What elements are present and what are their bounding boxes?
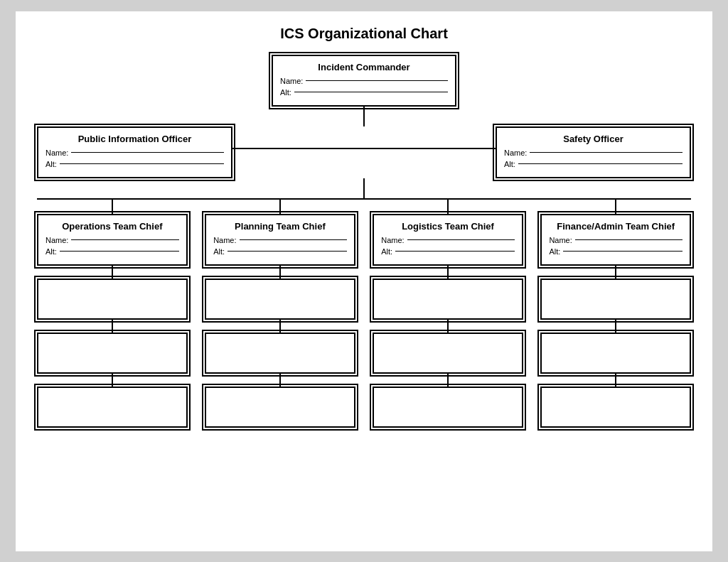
ic-alt-line <box>294 92 448 92</box>
so-alt-label: Alt: <box>504 160 515 168</box>
log-chief-box: Logistics Team Chief Name: Alt: <box>373 214 523 266</box>
ops-chief-box: Operations Team Chief Name: Alt: <box>37 214 188 266</box>
so-title: Safety Officer <box>504 134 682 144</box>
log-chief-title: Logistics Team Chief <box>381 221 515 232</box>
ops-sub-vert-2 <box>112 320 113 333</box>
plan-col: Planning Team Chief Name: Alt: <box>205 200 355 428</box>
center-vert-connector <box>37 178 691 198</box>
so-col: Safety Officer Name: Alt: <box>496 126 691 178</box>
log-col: Logistics Team Chief Name: Alt: <box>373 200 523 428</box>
so-box: Safety Officer Name: Alt: <box>496 126 691 178</box>
pio-col: Public Information Officer Name: Alt: <box>37 126 232 178</box>
plan-name-line <box>240 239 347 240</box>
log-name-label: Name: <box>381 236 404 244</box>
fin-sub-box-3 <box>540 387 691 428</box>
plan-sub-box-3 <box>205 387 355 428</box>
plan-sub-box-2 <box>205 333 355 374</box>
log-sub-vert-2 <box>447 320 449 333</box>
org-chart: Incident Commander Name: Alt: Public Inf… <box>37 55 691 428</box>
log-alt-field: Alt: <box>381 247 515 256</box>
ops-alt-line <box>60 251 179 252</box>
plan-chief-box: Planning Team Chief Name: Alt: <box>205 214 355 266</box>
pio-name-label: Name: <box>46 148 68 157</box>
plan-sub-vert-1 <box>279 266 281 279</box>
ops-chief-title: Operations Team Chief <box>46 221 179 232</box>
pio-alt-label: Alt: <box>46 160 57 168</box>
so-name-label: Name: <box>504 148 527 157</box>
so-alt-line <box>518 163 682 164</box>
center-h-connector <box>232 126 496 149</box>
so-name-field: Name: <box>504 148 682 157</box>
plan-alt-label: Alt: <box>213 247 225 256</box>
ops-sub-box-3 <box>37 387 188 428</box>
fin-name-field: Name: <box>549 236 682 244</box>
ops-sub-vert-3 <box>112 374 113 387</box>
fin-alt-line <box>563 251 682 252</box>
plan-name-label: Name: <box>213 236 236 244</box>
fin-alt-label: Alt: <box>549 247 560 256</box>
page: ICS Organizational Chart Incident Comman… <box>16 11 712 551</box>
page-title: ICS Organizational Chart <box>37 26 691 42</box>
plan-alt-line <box>228 251 347 252</box>
log-sub-box-2 <box>373 333 523 374</box>
fin-col: Finance/Admin Team Chief Name: Alt: <box>540 200 691 428</box>
fin-sub-vert-1 <box>615 266 616 279</box>
ic-name-label: Name: <box>280 77 303 85</box>
log-name-field: Name: <box>381 236 515 244</box>
ops-vert-top <box>112 200 113 214</box>
officers-row: Public Information Officer Name: Alt: <box>37 126 691 178</box>
plan-sub-vert-2 <box>279 320 281 333</box>
ops-name-label: Name: <box>46 236 68 244</box>
log-alt-line <box>395 251 515 252</box>
pio-title: Public Information Officer <box>46 134 224 144</box>
fin-sub-box-2 <box>540 333 691 374</box>
fin-sub-vert-2 <box>615 320 616 333</box>
log-sub-vert-3 <box>447 374 449 387</box>
fin-chief-box: Finance/Admin Team Chief Name: Alt: <box>540 214 691 266</box>
officers-h-bar <box>232 148 496 149</box>
ic-alt-label: Alt: <box>280 88 291 97</box>
ic-row: Incident Commander Name: Alt: <box>37 55 691 107</box>
pio-box: Public Information Officer Name: Alt: <box>37 126 232 178</box>
so-name-line <box>530 152 682 153</box>
plan-sub-box-1 <box>205 279 355 320</box>
ops-sub-box-1 <box>37 279 188 320</box>
log-sub-box-1 <box>373 279 523 320</box>
fin-name-label: Name: <box>549 236 572 244</box>
ops-name-field: Name: <box>46 236 179 244</box>
incident-commander-box: Incident Commander Name: Alt: <box>272 55 456 107</box>
ic-name-field: Name: <box>280 77 448 85</box>
pio-alt-line <box>60 163 224 164</box>
ic-vert-connector <box>37 107 691 126</box>
fin-alt-field: Alt: <box>549 247 682 256</box>
ops-sub-box-2 <box>37 333 188 374</box>
ic-vert-line <box>363 107 365 126</box>
pio-name-line <box>71 152 224 153</box>
fin-chief-title: Finance/Admin Team Chief <box>549 221 682 232</box>
plan-vert-top <box>279 200 281 214</box>
fin-vert-top <box>615 200 616 214</box>
ops-name-line <box>71 239 178 240</box>
ops-col: Operations Team Chief Name: Alt: <box>37 200 188 428</box>
log-sub-box-3 <box>373 387 523 428</box>
center-vert-line <box>363 178 365 198</box>
fin-sub-vert-3 <box>615 374 616 387</box>
fin-sub-box-1 <box>540 279 691 320</box>
pio-name-field: Name: <box>46 148 224 157</box>
log-sub-vert-1 <box>447 266 449 279</box>
log-name-line <box>407 239 515 240</box>
ops-sub-vert-1 <box>112 266 113 279</box>
plan-name-field: Name: <box>213 236 347 244</box>
so-alt-field: Alt: <box>504 160 682 168</box>
plan-chief-title: Planning Team Chief <box>213 221 347 232</box>
log-alt-label: Alt: <box>381 247 392 256</box>
chiefs-row: Operations Team Chief Name: Alt: <box>37 200 691 428</box>
plan-sub-vert-3 <box>279 374 281 387</box>
ic-title: Incident Commander <box>280 62 448 72</box>
ops-alt-label: Alt: <box>46 247 57 256</box>
plan-alt-field: Alt: <box>213 247 347 256</box>
ic-alt-field: Alt: <box>280 88 448 97</box>
fin-name-line <box>575 239 682 240</box>
ops-alt-field: Alt: <box>46 247 179 256</box>
ic-name-line <box>306 80 448 81</box>
